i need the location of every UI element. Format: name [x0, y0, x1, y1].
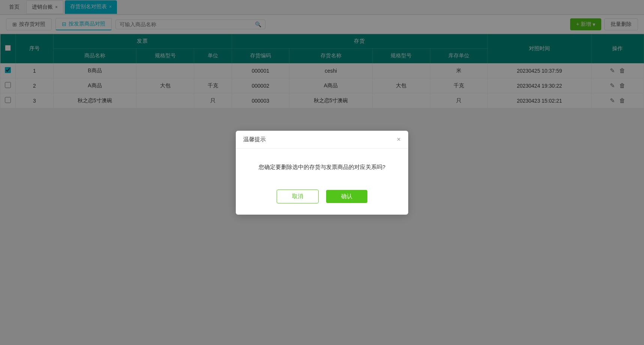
dialog-overlay: 温馨提示 × 您确定要删除选中的存货与发票商品的对应关系吗? 取消 确认: [0, 0, 644, 108]
